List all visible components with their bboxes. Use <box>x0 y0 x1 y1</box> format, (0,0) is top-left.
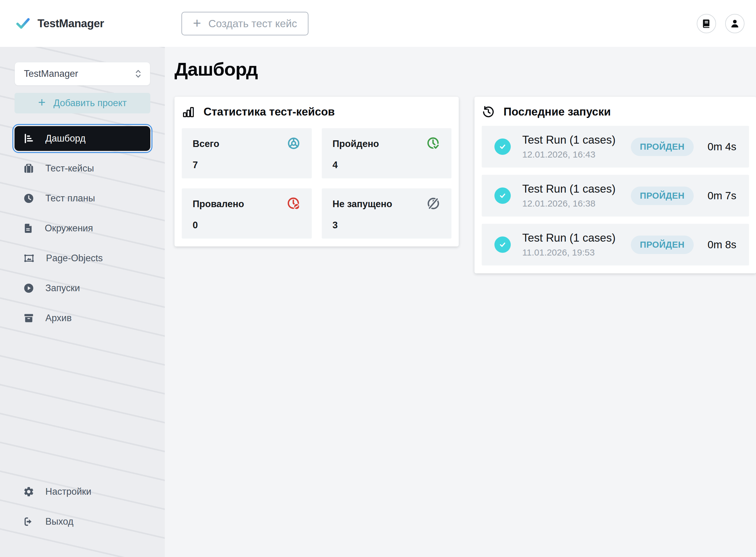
app-logo: TestManager <box>0 17 165 30</box>
sidebar-item-settings[interactable]: Настройки <box>14 479 150 504</box>
plus-icon: + <box>38 96 46 109</box>
run-duration: 0m 7s <box>708 189 736 202</box>
clock-check-icon <box>426 136 441 151</box>
stat-value: 4 <box>332 160 441 171</box>
stat-box-failed: Провалено 0 <box>182 188 312 239</box>
logout-icon <box>23 516 34 527</box>
sidebar-item-dashboard[interactable]: Дашборд <box>14 126 150 151</box>
add-project-label: Добавить проект <box>54 98 127 109</box>
stat-box-not-run: Не запущено 3 <box>322 188 452 239</box>
app-title: TestManager <box>37 17 104 30</box>
project-select-value: TestManager <box>24 68 78 79</box>
project-select[interactable]: TestManager <box>14 62 150 86</box>
sidebar-item-label: Настройки <box>46 486 91 497</box>
bar-chart-icon <box>23 133 34 144</box>
run-duration: 0m 4s <box>708 141 736 153</box>
sidebar: TestManager + Добавить проект Д <box>0 47 165 557</box>
run-datetime: 12.01.2026, 16:43 <box>522 149 615 160</box>
run-status-badge: ПРОЙДЕН <box>631 236 694 254</box>
sidebar-item-test-cases[interactable]: Тест-кейсы <box>14 156 150 181</box>
check-logo-icon <box>16 17 30 30</box>
page-title: Дашборд <box>174 58 756 80</box>
archive-icon <box>23 312 34 324</box>
sidebar-item-archive[interactable]: Архив <box>14 306 150 330</box>
stats-card: Статистика тест-кейсов Всего <box>174 97 459 246</box>
docs-button[interactable] <box>697 14 716 33</box>
clock-cancel-icon <box>286 196 301 211</box>
run-status-badge: ПРОЙДЕН <box>631 186 694 205</box>
run-success-icon <box>494 139 511 155</box>
stat-label: Всего <box>193 136 219 149</box>
sidebar-item-label: Дашборд <box>46 133 86 144</box>
sidebar-footer: Настройки Выход <box>14 479 150 545</box>
clock-icon <box>23 193 34 204</box>
bar-chart-outline-icon <box>182 105 195 119</box>
stat-value: 0 <box>193 220 301 231</box>
run-success-icon <box>494 187 511 204</box>
gear-icon <box>23 486 34 497</box>
sidebar-item-environments[interactable]: Окружения <box>14 216 150 241</box>
run-success-icon <box>494 236 511 253</box>
chevron-up-down-icon <box>134 69 142 79</box>
sidebar-nav: Дашборд Тест-кейсы <box>14 126 150 330</box>
image-frame-icon <box>23 253 35 264</box>
plus-icon: + <box>193 16 201 30</box>
top-bar: TestManager + Создать тест кейс <box>0 0 756 47</box>
stat-box-total: Всего <box>182 128 312 178</box>
run-datetime: 11.01.2026, 19:53 <box>522 247 615 258</box>
sidebar-item-test-plans[interactable]: Тест планы <box>14 186 150 211</box>
add-project-button[interactable]: + Добавить проект <box>14 93 150 113</box>
book-icon <box>701 19 711 29</box>
sidebar-item-logout[interactable]: Выход <box>14 509 150 534</box>
sidebar-item-label: Тест планы <box>46 193 95 204</box>
app-window: TestManager + Создать тест кейс <box>0 0 756 557</box>
run-title: Test Run (1 cases) <box>522 183 615 195</box>
sidebar-item-label: Запуски <box>46 283 80 294</box>
run-row[interactable]: Test Run (1 cases) 11.01.2026, 19:53 ПРО… <box>482 224 749 265</box>
run-row[interactable]: Test Run (1 cases) 12.01.2026, 16:43 ПРО… <box>482 126 749 168</box>
stats-grid: Всего <box>182 128 452 239</box>
person-icon <box>729 18 740 29</box>
create-test-case-label: Создать тест кейс <box>208 18 297 30</box>
main-content: Дашборд Статистика тест-кейсов <box>165 47 756 557</box>
play-circle-icon <box>23 283 34 294</box>
run-title: Test Run (1 cases) <box>522 134 615 146</box>
sidebar-item-label: Page-Objects <box>46 253 103 264</box>
run-status-badge: ПРОЙДЕН <box>631 138 694 156</box>
stats-card-title: Статистика тест-кейсов <box>204 106 335 118</box>
sidebar-item-label: Тест-кейсы <box>46 163 94 174</box>
sidebar-item-runs[interactable]: Запуски <box>14 276 150 300</box>
run-datetime: 12.01.2026, 16:38 <box>522 198 615 209</box>
sidebar-item-label: Выход <box>46 516 74 527</box>
life-buoy-icon <box>286 136 301 151</box>
profile-button[interactable] <box>725 14 745 33</box>
clock-off-icon <box>426 196 441 211</box>
run-title: Test Run (1 cases) <box>522 232 615 244</box>
document-icon <box>23 223 34 234</box>
briefcase-icon <box>23 163 34 174</box>
history-icon <box>482 105 495 119</box>
stat-label: Пройдено <box>332 136 379 149</box>
create-test-case-button[interactable]: + Создать тест кейс <box>181 12 309 35</box>
sidebar-item-page-objects[interactable]: Page-Objects <box>14 246 150 271</box>
sidebar-item-label: Архив <box>46 313 72 324</box>
runs-card-title: Последние запуски <box>503 106 611 118</box>
stat-value: 3 <box>332 220 441 231</box>
stat-value: 7 <box>193 160 301 171</box>
run-duration: 0m 8s <box>708 239 736 251</box>
sidebar-item-label: Окружения <box>45 223 93 234</box>
stat-label: Не запущено <box>332 196 392 210</box>
recent-runs-card: Последние запуски Test Run (1 cases) 12.… <box>474 97 756 273</box>
top-bar-actions <box>697 14 745 33</box>
stat-box-passed: Пройдено 4 <box>322 128 452 178</box>
stat-label: Провалено <box>193 196 244 210</box>
run-row[interactable]: Test Run (1 cases) 12.01.2026, 16:38 ПРО… <box>482 175 749 216</box>
